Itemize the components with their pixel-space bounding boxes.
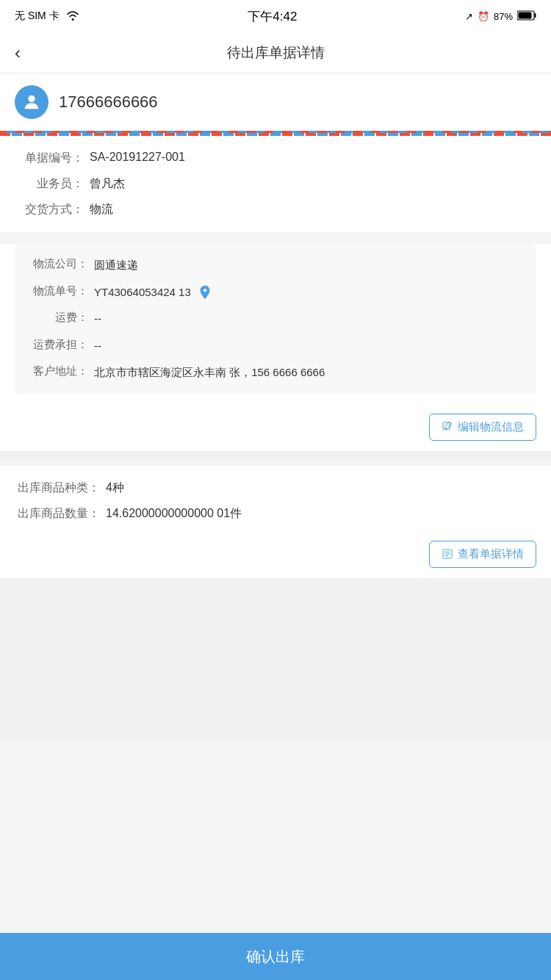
logistics-company-value: 圆通速递 xyxy=(94,257,522,274)
address-row: 客户地址： 北京市市辖区海淀区永丰南 张，156 6666 6666 xyxy=(29,364,522,381)
goods-quantity-label: 出库商品数量： xyxy=(18,506,100,522)
goods-quantity-row: 出库商品数量： 14.62000000000000 01件 xyxy=(18,506,533,522)
freight-label: 运费： xyxy=(29,311,88,325)
page-title: 待出库单据详情 xyxy=(227,43,325,62)
freight-value: -- xyxy=(94,311,522,328)
user-header: 17666666666 xyxy=(0,73,551,133)
list-icon xyxy=(442,548,453,560)
battery-label: 87% xyxy=(494,11,513,22)
goods-types-value: 4种 xyxy=(106,480,124,496)
view-btn-label: 查看单据详情 xyxy=(458,547,524,561)
freight-bearer-row: 运费承担： -- xyxy=(29,338,522,355)
battery-icon xyxy=(517,10,536,23)
logistics-company-row: 物流公司： 圆通速递 xyxy=(29,257,522,274)
svg-point-3 xyxy=(28,96,35,102)
logistics-tracking-label: 物流单号： xyxy=(29,284,88,298)
wifi-icon xyxy=(65,10,80,23)
view-btn-row: 查看单据详情 xyxy=(0,533,551,578)
edit-btn-label: 编辑物流信息 xyxy=(458,420,524,434)
delivery-row: 交货方式： 物流 xyxy=(18,202,533,217)
address-label: 客户地址： xyxy=(29,364,88,378)
goods-types-row: 出库商品种类： 4种 xyxy=(18,480,533,496)
delivery-value: 物流 xyxy=(90,202,533,217)
salesman-row: 业务员： 曾凡杰 xyxy=(18,176,533,192)
view-detail-button[interactable]: 查看单据详情 xyxy=(429,541,536,568)
order-number-label: 单据编号： xyxy=(18,151,84,166)
logistics-card: 物流公司： 圆通速递 物流单号： YT43064053424 13 运费： -- xyxy=(15,244,536,394)
goods-types-label: 出库商品种类： xyxy=(18,480,100,496)
back-button[interactable]: ‹ xyxy=(15,43,44,63)
location-pin-icon xyxy=(197,284,213,300)
goods-section: 出库商品种类： 4种 出库商品数量： 14.62000000000000 01件 xyxy=(0,466,551,533)
alarm-icon: ⏰ xyxy=(478,11,489,22)
carrier-label: 无 SIM 卡 xyxy=(15,10,60,23)
svg-rect-4 xyxy=(443,422,450,429)
section-divider-2 xyxy=(0,451,551,458)
order-number-value: SA-20191227-001 xyxy=(90,151,533,164)
spacer xyxy=(0,578,551,740)
svg-rect-2 xyxy=(518,12,531,18)
freight-bearer-value: -- xyxy=(94,338,522,355)
status-time: 下午4:42 xyxy=(248,8,297,25)
location-icon: ↗ xyxy=(465,11,473,22)
order-info-section: 单据编号： SA-20191227-001 业务员： 曾凡杰 交货方式： 物流 xyxy=(0,136,551,232)
logistics-tracking-value: YT43064053424 13 xyxy=(94,284,522,301)
avatar xyxy=(15,85,48,119)
edit-logistics-button[interactable]: 编辑物流信息 xyxy=(429,414,536,441)
confirm-label: 确认出库 xyxy=(246,947,305,967)
svg-rect-1 xyxy=(534,13,536,18)
logistics-tracking-row: 物流单号： YT43064053424 13 xyxy=(29,284,522,301)
edit-btn-row: 编辑物流信息 xyxy=(0,406,551,451)
delivery-label: 交货方式： xyxy=(18,202,84,217)
salesman-value: 曾凡杰 xyxy=(90,176,533,192)
goods-quantity-value: 14.62000000000000 01件 xyxy=(106,506,242,522)
confirm-button[interactable]: 确认出库 xyxy=(0,933,551,980)
user-phone: 17666666666 xyxy=(59,93,158,112)
status-right: ↗ ⏰ 87% xyxy=(465,10,536,23)
salesman-label: 业务员： xyxy=(18,176,84,192)
status-left: 无 SIM 卡 xyxy=(15,10,80,23)
status-bar: 无 SIM 卡 下午4:42 ↗ ⏰ 87% xyxy=(0,0,551,32)
edit-icon xyxy=(442,421,453,433)
freight-row: 运费： -- xyxy=(29,311,522,328)
freight-bearer-label: 运费承担： xyxy=(29,338,88,352)
address-value: 北京市市辖区海淀区永丰南 张，156 6666 6666 xyxy=(94,364,522,381)
logistics-company-label: 物流公司： xyxy=(29,257,88,271)
order-number-row: 单据编号： SA-20191227-001 xyxy=(18,151,533,166)
nav-bar: ‹ 待出库单据详情 xyxy=(0,32,551,73)
